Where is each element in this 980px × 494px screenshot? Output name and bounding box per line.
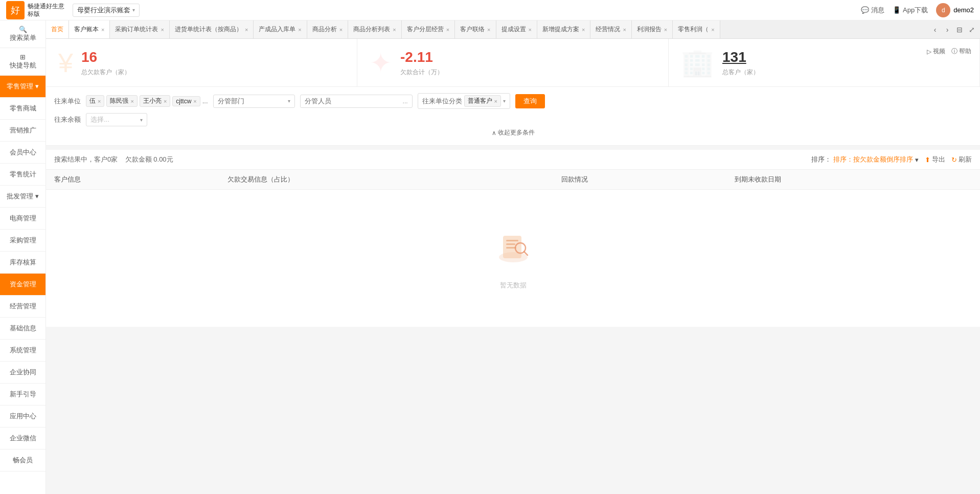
stat-value-debt: -2.11 <box>400 49 443 66</box>
sidebar-item-enterprise[interactable]: 企业协同 <box>0 362 45 384</box>
tab-close-goodslist[interactable]: × <box>393 27 396 33</box>
sidebar-item-marketing[interactable]: 营销推广 <box>0 120 45 142</box>
search-result: 搜索结果中，客户0家 欠款金额 0.00元 <box>54 155 173 164</box>
empty-text: 暂无数据 <box>500 281 527 290</box>
avatar: d <box>936 3 950 17</box>
sidebar-item-finance[interactable]: 资金管理 <box>0 274 45 296</box>
tab-purchase[interactable]: 采购订单统计表 × <box>110 20 169 38</box>
tab-close-commission[interactable]: × <box>529 27 532 33</box>
tab-close-purchase[interactable]: × <box>161 27 164 33</box>
sidebar-item-system[interactable]: 系统管理 <box>0 340 45 362</box>
tab-close-profit[interactable]: × <box>664 27 667 33</box>
help-button[interactable]: ⓘ 帮助 <box>951 47 971 56</box>
sidebar-item-management[interactable]: 经营管理 <box>0 296 45 318</box>
tag-close-wu[interactable]: × <box>98 98 101 104</box>
col-debt-info: 欠款交易信息（占比） <box>219 170 553 190</box>
sidebar-item-retailstat[interactable]: 零售统计 <box>0 164 45 186</box>
tab-close-newcommission[interactable]: × <box>582 27 585 33</box>
tab-commission[interactable]: 提成设置 × <box>496 20 537 38</box>
sidebar-quicknav[interactable]: ⊞ 快捷导航 <box>0 48 45 76</box>
sidebar-search[interactable]: 🔍 搜索菜单 <box>0 20 45 48</box>
user-profile[interactable]: d demo2 <box>936 3 974 17</box>
video-button[interactable]: ▷ 视频 <box>927 47 945 56</box>
tab-customer[interactable]: 客户分层经营 × <box>402 20 455 38</box>
tag-close-wang[interactable]: × <box>164 98 167 104</box>
sidebar-item-inventory[interactable]: 库存核算 <box>0 252 45 274</box>
sidebar-item-guide[interactable]: 新手引导 <box>0 384 45 406</box>
filter-row-2: 往来余额 选择... ▾ <box>54 113 972 126</box>
tab-newcommission[interactable]: 新增提成方案 × <box>537 20 590 38</box>
tab-home[interactable]: 首页 <box>46 20 69 38</box>
stat-customers: ¥ 16 总欠款客户（家） <box>46 39 357 86</box>
export-icon: ⬆ <box>925 156 930 164</box>
stat-total-customers: 🏢 131 总客户（家） ▷ 视频 ⓘ 帮助 <box>669 39 980 86</box>
empty-state-cell: 暂无数据 <box>46 190 980 327</box>
dept-select[interactable]: 分管部门 ▾ <box>213 95 295 108</box>
tab-next-button[interactable]: › <box>942 25 952 35</box>
tag-close-cj[interactable]: × <box>193 98 196 104</box>
tab-fullscreen-button[interactable]: ⤢ <box>967 25 977 35</box>
tag-close-chen[interactable]: × <box>130 98 133 104</box>
tab-close-customer[interactable]: × <box>446 27 449 33</box>
stat-content-debt: -2.11 欠款合计（万） <box>400 49 443 77</box>
sidebar-item-purchase[interactable]: 采购管理 <box>0 230 45 252</box>
tab-close-product[interactable]: × <box>298 27 301 33</box>
tab-goods[interactable]: 商品分析 × <box>307 20 348 38</box>
sidebar-item-ecommerce[interactable]: 电商管理 <box>0 208 45 230</box>
tab-close-goods[interactable]: × <box>339 27 343 33</box>
tab-operation[interactable]: 经营情况 × <box>590 20 631 38</box>
balance-chevron-icon: ▾ <box>140 117 143 123</box>
dept-chevron-icon: ▾ <box>288 98 290 104</box>
refresh-icon: ↻ <box>951 156 957 164</box>
sidebar-item-appstore[interactable]: 应用中心 <box>0 406 45 428</box>
message-button[interactable]: 💬 消息 <box>861 6 884 15</box>
logo: 好 畅捷通好生意 标版 <box>6 1 64 19</box>
balance-select[interactable]: 选择... ▾ <box>86 113 147 126</box>
sidebar-item-wholesale[interactable]: 批发管理 ▾ <box>0 186 45 208</box>
tab-account[interactable]: 客户账本 × <box>69 20 110 38</box>
content-area: 首页 客户账本 × 采购订单统计表 × 进货单统计表（按商品） × 产成品入库单… <box>46 20 980 494</box>
category-tag[interactable]: 普通客户 × <box>464 95 501 107</box>
table-area: 搜索结果中，客户0家 欠款金额 0.00元 排序： 排序：按欠款金额倒序排序 ▾… <box>46 150 980 327</box>
collapse-button[interactable]: ∧ 收起更多条件 <box>492 128 535 137</box>
sidebar-item-basic[interactable]: 基础信息 <box>0 318 45 340</box>
account-selector[interactable]: 母婴行业演示账套 ▾ <box>73 4 140 17</box>
tab-goodslist[interactable]: 商品分析列表 × <box>348 20 401 38</box>
collapse-row: ∧ 收起更多条件 <box>54 126 972 139</box>
refresh-button[interactable]: ↻ 刷新 <box>951 155 972 164</box>
tab-close-operation[interactable]: × <box>623 27 626 33</box>
sidebar-item-vip[interactable]: 畅会员 <box>0 450 45 471</box>
help-icon: ⓘ <box>951 47 958 56</box>
tab-product[interactable]: 产成品入库单 × <box>254 20 307 38</box>
tab-prev-button[interactable]: ‹ <box>930 25 940 35</box>
tab-close-contact[interactable]: × <box>487 27 490 33</box>
app-download-button[interactable]: 📱 App下载 <box>893 6 928 15</box>
sidebar-item-member[interactable]: 会员中心 <box>0 142 45 164</box>
stat-content-customers: 16 总欠款客户（家） <box>81 49 130 77</box>
filter-tag-wang[interactable]: 王小亮 × <box>140 95 170 107</box>
tab-stock[interactable]: 进货单统计表（按商品） × <box>170 20 254 38</box>
filter-tag-wu[interactable]: 伍 × <box>86 95 104 107</box>
tab-profit[interactable]: 利润报告 × <box>632 20 673 38</box>
person-input[interactable]: 分管人员 ... <box>300 95 413 108</box>
query-button[interactable]: 查询 <box>515 94 545 108</box>
filter-tag-cj[interactable]: cjttcw × <box>172 96 200 106</box>
filter-more-tags[interactable]: ... <box>202 97 208 105</box>
tag-close-category[interactable]: × <box>494 98 497 104</box>
sidebar-item-retail[interactable]: 零售管理 ▾ <box>0 76 45 98</box>
sidebar-item-wechat[interactable]: 企业微信 <box>0 428 45 450</box>
sidebar-item-retailshop[interactable]: 零售商城 <box>0 98 45 120</box>
tab-close-account[interactable]: × <box>101 27 104 33</box>
person-more-icon[interactable]: ... <box>403 98 408 105</box>
filter-tag-chen[interactable]: 陈民强 × <box>106 95 137 107</box>
category-select[interactable]: 往来单位分类 普通客户 × ▾ <box>418 93 510 109</box>
export-button[interactable]: ⬆ 导出 <box>925 155 945 164</box>
tab-retail[interactable]: 零售利润（ × <box>673 20 720 38</box>
sort-chevron-icon: ▾ <box>915 156 919 164</box>
tab-contact[interactable]: 客户联络 × <box>455 20 496 38</box>
search-icon: 🔍 <box>19 26 27 33</box>
tab-close-stock[interactable]: × <box>245 27 248 33</box>
sort-select[interactable]: 排序： 排序：按欠款金额倒序排序 ▾ <box>811 155 919 164</box>
tab-expand-button[interactable]: ⊟ <box>954 25 965 35</box>
tab-close-retail[interactable]: × <box>711 27 714 33</box>
